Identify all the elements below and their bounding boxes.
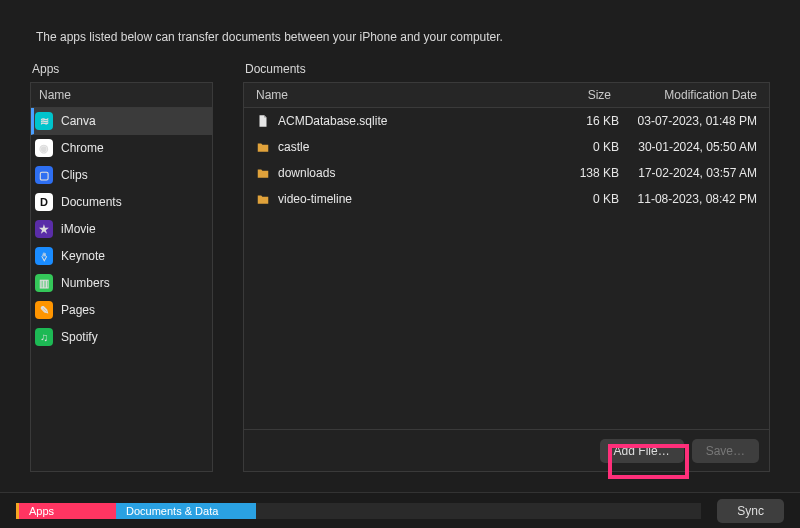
document-date: 03-07-2023, 01:48 PM: [619, 114, 769, 128]
app-icon-clips: ▢: [35, 166, 53, 184]
app-label: Clips: [61, 168, 88, 182]
apps-section-title: Apps: [30, 62, 213, 76]
storage-bar: Apps Documents & Data: [16, 503, 701, 519]
app-row-clips[interactable]: ▢Clips: [31, 162, 212, 189]
documents-list-header: Name Size Modification Date: [244, 83, 769, 108]
docs-header-name[interactable]: Name: [244, 88, 539, 102]
app-row-keynote[interactable]: ⎀Keynote: [31, 243, 212, 270]
description-text: The apps listed below can transfer docum…: [0, 0, 800, 62]
documents-list: Name Size Modification Date ACMDatabase.…: [243, 82, 770, 472]
app-row-canva[interactable]: ≋Canva: [31, 108, 212, 135]
storage-segment-documents: Documents & Data: [116, 503, 256, 519]
app-label: Numbers: [61, 276, 110, 290]
document-size: 0 KB: [539, 192, 619, 206]
app-label: Canva: [61, 114, 96, 128]
app-row-numbers[interactable]: ▥Numbers: [31, 270, 212, 297]
document-size: 138 KB: [539, 166, 619, 180]
app-label: iMovie: [61, 222, 96, 236]
apps-list: Name ≋Canva◉Chrome▢ClipsDDocuments★iMovi…: [30, 82, 213, 472]
document-row[interactable]: video-timeline0 KB11-08-2023, 08:42 PM: [244, 186, 769, 212]
app-row-imovie[interactable]: ★iMovie: [31, 216, 212, 243]
app-icon-imovie: ★: [35, 220, 53, 238]
document-name: video-timeline: [278, 192, 352, 206]
app-label: Chrome: [61, 141, 104, 155]
document-date: 11-08-2023, 08:42 PM: [619, 192, 769, 206]
app-icon-numbers: ▥: [35, 274, 53, 292]
document-name: downloads: [278, 166, 335, 180]
docs-header-date[interactable]: Modification Date: [619, 88, 769, 102]
save-button: Save…: [692, 439, 759, 463]
folder-icon: [256, 166, 270, 180]
bottom-bar: Apps Documents & Data Sync: [0, 492, 800, 528]
app-icon-spotify: ♫: [35, 328, 53, 346]
document-row[interactable]: downloads138 KB17-02-2024, 03:57 AM: [244, 160, 769, 186]
app-icon-chrome: ◉: [35, 139, 53, 157]
document-row[interactable]: ACMDatabase.sqlite16 KB03-07-2023, 01:48…: [244, 108, 769, 134]
document-date: 17-02-2024, 03:57 AM: [619, 166, 769, 180]
app-label: Spotify: [61, 330, 98, 344]
folder-icon: [256, 192, 270, 206]
app-icon-documents: D: [35, 193, 53, 211]
document-size: 0 KB: [539, 140, 619, 154]
folder-icon: [256, 140, 270, 154]
app-icon-canva: ≋: [35, 112, 53, 130]
apps-list-header: Name: [31, 83, 212, 108]
document-size: 16 KB: [539, 114, 619, 128]
documents-section-title: Documents: [243, 62, 770, 76]
sync-button[interactable]: Sync: [717, 499, 784, 523]
apps-header-name[interactable]: Name: [31, 88, 212, 102]
add-file-button[interactable]: Add File…: [600, 439, 684, 463]
documents-footer: Add File… Save…: [244, 429, 769, 471]
app-icon-pages: ✎: [35, 301, 53, 319]
app-label: Keynote: [61, 249, 105, 263]
file-icon: [256, 114, 270, 128]
document-name: castle: [278, 140, 309, 154]
document-date: 30-01-2024, 05:50 AM: [619, 140, 769, 154]
app-row-chrome[interactable]: ◉Chrome: [31, 135, 212, 162]
app-row-spotify[interactable]: ♫Spotify: [31, 324, 212, 351]
document-row[interactable]: castle0 KB30-01-2024, 05:50 AM: [244, 134, 769, 160]
app-row-documents[interactable]: DDocuments: [31, 189, 212, 216]
docs-header-size[interactable]: Size: [539, 88, 619, 102]
app-icon-keynote: ⎀: [35, 247, 53, 265]
storage-segment-apps: Apps: [16, 503, 116, 519]
app-label: Pages: [61, 303, 95, 317]
document-name: ACMDatabase.sqlite: [278, 114, 387, 128]
app-label: Documents: [61, 195, 122, 209]
app-row-pages[interactable]: ✎Pages: [31, 297, 212, 324]
